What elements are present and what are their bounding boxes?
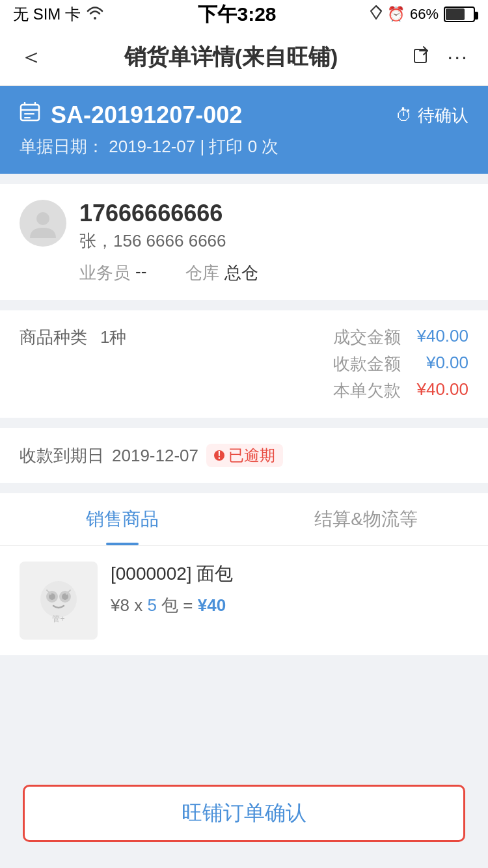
overdue-text: 已逾期 bbox=[228, 445, 275, 466]
price-value: ¥8 bbox=[111, 595, 129, 615]
amount-debt-label: 本单欠款 bbox=[333, 379, 401, 402]
order-header-top: SA-20191207-002 ⏱ 待确认 bbox=[20, 102, 468, 129]
status-time: 下午3:28 bbox=[198, 1, 276, 28]
nav-bar: ＜ 销货单详情(来自旺铺) ··· bbox=[0, 29, 488, 86]
order-icon bbox=[20, 102, 43, 129]
svg-point-7 bbox=[62, 593, 68, 600]
amount-row-received: 收款金额 ¥0.00 bbox=[333, 353, 468, 375]
order-id-text: SA-20191207-002 bbox=[51, 102, 242, 129]
page-title: 销货单详情(来自旺铺) bbox=[59, 42, 403, 72]
overdue-badge: ! 已逾期 bbox=[206, 444, 283, 467]
amount-info: 成交金额 ¥40.00 收款金额 ¥0.00 本单欠款 ¥40.00 bbox=[333, 326, 468, 402]
tab-products[interactable]: 销售商品 bbox=[0, 493, 244, 545]
tab-indicator bbox=[106, 543, 139, 545]
unit-label: 包 bbox=[161, 595, 178, 615]
order-meta: 单据日期： 2019-12-07 | 打印 0 次 bbox=[20, 135, 468, 158]
customer-info: 17666666666 张，156 6666 6666 业务员 -- 仓库 总仓 bbox=[79, 200, 468, 284]
salesperson-value: -- bbox=[135, 262, 146, 284]
svg-text:管+: 管+ bbox=[52, 614, 64, 623]
confirm-order-button[interactable]: 旺铺订单确认 bbox=[23, 785, 465, 842]
product-image: 管+ bbox=[20, 562, 98, 640]
order-date-value: 2019-12-07 bbox=[109, 137, 195, 156]
share-icon[interactable] bbox=[413, 46, 431, 68]
amount-row-debt: 本单欠款 ¥40.00 bbox=[333, 379, 468, 402]
amount-deal-value: ¥40.00 bbox=[416, 326, 468, 349]
order-status-text: 待确认 bbox=[418, 104, 468, 127]
due-date-label: 收款到期日 bbox=[20, 444, 104, 467]
amount-row-deal: 成交金额 ¥40.00 bbox=[333, 326, 468, 349]
product-section: 管+ [0000002] 面包 ¥8 x 5 包 = ¥40 bbox=[0, 546, 488, 655]
due-date-section: 收款到期日 2019-12-07 ! 已逾期 bbox=[0, 428, 488, 483]
customer-meta: 业务员 -- 仓库 总仓 bbox=[79, 262, 468, 284]
salesperson-item: 业务员 -- bbox=[79, 262, 146, 284]
product-name-text: 面包 bbox=[197, 563, 233, 584]
warehouse-item: 仓库 总仓 bbox=[185, 262, 258, 284]
order-header-card: SA-20191207-002 ⏱ 待确认 单据日期： 2019-12-07 |… bbox=[0, 86, 488, 174]
product-code: [0000002] bbox=[111, 563, 192, 584]
product-name: [0000002] 面包 bbox=[111, 562, 468, 586]
warehouse-value: 总仓 bbox=[224, 262, 258, 284]
tab-settlement-label: 结算&物流等 bbox=[314, 507, 418, 532]
product-item: 管+ [0000002] 面包 ¥8 x 5 包 = ¥40 bbox=[20, 562, 468, 640]
battery-label: 66% bbox=[410, 6, 439, 23]
customer-section: 17666666666 张，156 6666 6666 业务员 -- 仓库 总仓 bbox=[0, 184, 488, 300]
customer-phone: 17666666666 bbox=[79, 200, 468, 227]
multiply-symbol: x bbox=[134, 595, 147, 615]
order-print-info: | 打印 0 次 bbox=[200, 137, 278, 156]
product-type-value: 1种 bbox=[100, 326, 126, 349]
confirm-button-wrapper: 旺铺订单确认 bbox=[23, 785, 465, 842]
battery-icon bbox=[444, 7, 475, 22]
wifi-icon bbox=[86, 5, 104, 23]
status-bar: 无 SIM 卡 下午3:28 ⏰ 66% bbox=[0, 0, 488, 29]
back-button[interactable]: ＜ bbox=[20, 41, 59, 73]
warehouse-label: 仓库 bbox=[185, 262, 219, 284]
alarm-icon: ⏰ bbox=[387, 6, 405, 23]
product-total: ¥40 bbox=[198, 595, 226, 615]
order-id: SA-20191207-002 bbox=[20, 102, 242, 129]
nav-actions: ··· bbox=[403, 45, 468, 69]
status-left: 无 SIM 卡 bbox=[13, 4, 104, 25]
overdue-dot-icon: ! bbox=[214, 450, 224, 461]
summary-section: 商品种类 1种 成交金额 ¥40.00 收款金额 ¥0.00 本单欠款 ¥40.… bbox=[0, 310, 488, 418]
product-price-row: ¥8 x 5 包 = ¥40 bbox=[111, 594, 468, 617]
salesperson-label: 业务员 bbox=[79, 262, 130, 284]
svg-point-3 bbox=[40, 581, 77, 617]
product-type-info: 商品种类 1种 bbox=[20, 326, 126, 349]
more-icon[interactable]: ··· bbox=[447, 45, 468, 69]
product-type-label: 商品种类 bbox=[20, 326, 87, 349]
customer-avatar bbox=[20, 200, 66, 247]
svg-point-2 bbox=[36, 212, 49, 225]
amount-received-label: 收款金额 bbox=[333, 353, 401, 375]
tabs-section: 销售商品 结算&物流等 bbox=[0, 493, 488, 546]
bottom-spacer bbox=[0, 655, 488, 785]
amount-received-value: ¥0.00 bbox=[426, 353, 468, 375]
product-details: [0000002] 面包 ¥8 x 5 包 = ¥40 bbox=[111, 562, 468, 617]
svg-point-6 bbox=[49, 593, 55, 600]
product-quantity: 5 bbox=[147, 595, 156, 615]
order-status-badge: ⏱ 待确认 bbox=[396, 104, 468, 127]
carrier-label: 无 SIM 卡 bbox=[13, 4, 81, 25]
clock-icon: ⏱ bbox=[396, 105, 413, 126]
location-icon bbox=[370, 5, 382, 23]
due-date-value: 2019-12-07 bbox=[112, 446, 198, 466]
order-date-label: 单据日期： bbox=[20, 137, 104, 156]
product-placeholder-icon: 管+ bbox=[33, 575, 85, 627]
status-right: ⏰ 66% bbox=[370, 5, 475, 23]
customer-name: 张，156 6666 6666 bbox=[79, 230, 468, 252]
tab-settlement[interactable]: 结算&物流等 bbox=[244, 493, 488, 545]
amount-debt-value: ¥40.00 bbox=[416, 379, 468, 402]
tab-products-label: 销售商品 bbox=[86, 507, 159, 532]
amount-deal-label: 成交金额 bbox=[333, 326, 401, 349]
equals-symbol: = bbox=[183, 595, 197, 615]
